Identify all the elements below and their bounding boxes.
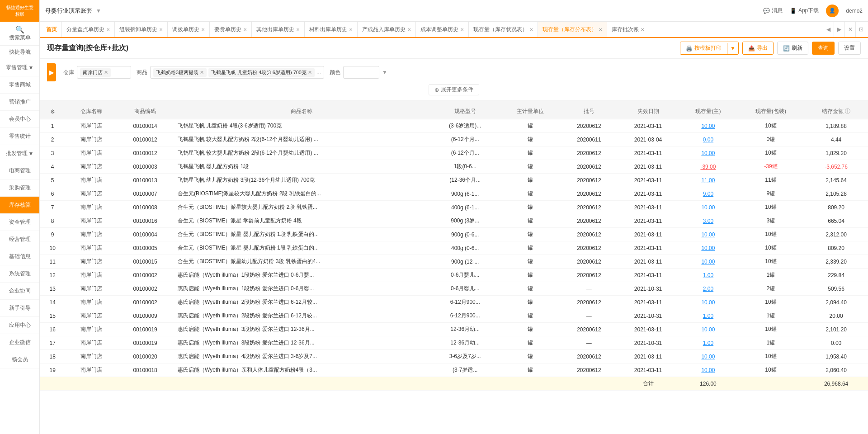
summary-cell: 126.00 (679, 377, 737, 391)
color-dropdown-icon[interactable]: ▼ (382, 69, 387, 75)
table-cell[interactable]: 3.00 (679, 214, 737, 228)
print-btn[interactable]: 🖨️ 按模板打印 (680, 42, 727, 54)
tab-close-cost-adjust[interactable]: ✕ (460, 27, 464, 32)
sidebar-item-guide[interactable]: 新手引导 (0, 300, 39, 317)
table-cell[interactable]: 10.00 (679, 201, 737, 214)
sidebar-item-ops[interactable]: 经营管理 (0, 231, 39, 248)
tab-requisition[interactable]: 要货单历史 ✕ (210, 22, 252, 38)
sidebar-item-member-card[interactable]: 畅会员 (0, 351, 39, 368)
table-cell[interactable]: 1.00 (679, 309, 737, 323)
tab-close-split-inventory[interactable]: ✕ (106, 27, 110, 32)
table-cell[interactable]: 10.00 (679, 350, 737, 363)
sidebar-item-wholesale[interactable]: 批发管理 ▼ (0, 145, 39, 162)
product-tag-group[interactable]: 飞鹤奶粉3段两提装 ✕ 飞鹤星飞帆 儿童奶粉 4段(3-6岁适用) 700克 ✕… (150, 66, 324, 79)
tab-close-all-btn[interactable]: ✕ (844, 22, 855, 38)
tab-home[interactable]: 首页 (42, 22, 62, 38)
tab-stock-status[interactable]: 现存量（库存状况表） ✕ (469, 22, 538, 38)
tab-batch-voucher[interactable]: 库存批次账 ✕ (607, 22, 649, 38)
summary-cell (65, 377, 117, 391)
table-cell[interactable]: 10.00 (679, 255, 737, 269)
quick-nav[interactable]: 快捷导航 (0, 46, 39, 59)
table-cell: 南岸门店 (65, 350, 117, 363)
app-download-btn[interactable]: 📱 App下载 (790, 7, 819, 14)
org-name[interactable]: 母婴行业演示账套 (45, 7, 92, 15)
tab-close-product-in[interactable]: ✕ (407, 27, 411, 32)
query-btn[interactable]: 查询 (812, 42, 835, 55)
product-tag-0-remove[interactable]: ✕ (200, 70, 204, 75)
table-cell[interactable]: 1.00 (679, 336, 737, 350)
sidebar-item-purchase[interactable]: 采购管理 (0, 179, 39, 197)
tab-other-out[interactable]: 其他出库单历史 ✕ (252, 22, 305, 38)
table-cell[interactable]: 10.00 (679, 228, 737, 241)
print-dropdown-btn[interactable]: ▼ (727, 43, 738, 54)
tab-material-out[interactable]: 材料出库单历史 ✕ (305, 22, 358, 38)
tab-transfer[interactable]: 调拨单历史 ✕ (168, 22, 210, 38)
table-cell[interactable]: -39.00 (679, 160, 737, 174)
expand-more-btn[interactable]: ⊕ 展开更多条件 (429, 84, 479, 95)
tab-close-batch-voucher[interactable]: ✕ (641, 27, 644, 32)
table-cell[interactable]: 10.00 (679, 296, 737, 309)
sidebar-item-inventory[interactable]: 库存核算 (0, 197, 39, 214)
table-cell[interactable]: 0.00 (679, 133, 737, 146)
tab-split-inventory[interactable]: 分量盘点单历史 ✕ (62, 22, 115, 38)
tab-close-material-out[interactable]: ✕ (349, 27, 353, 32)
tab-product-in[interactable]: 产成品入库单历史 ✕ (358, 22, 416, 38)
sidebar-item-member[interactable]: 会员中心 (0, 111, 39, 128)
tab-disassemble[interactable]: 组装拆卸单历史 ✕ (115, 22, 168, 38)
tab-prev-btn[interactable]: ◀ (823, 22, 834, 38)
table-cell: (6-12个月... (430, 146, 500, 160)
th-settings[interactable]: ⚙ (40, 104, 65, 119)
warehouse-tag-group[interactable]: 南岸门店 ✕ (77, 66, 131, 79)
refresh-btn[interactable]: 🔄 刷新 (777, 42, 808, 55)
tab-cost-adjust[interactable]: 成本调整单历史 ✕ (416, 22, 469, 38)
sidebar-item-basic[interactable]: 基础信息 (0, 248, 39, 265)
warehouse-tag-remove[interactable]: ✕ (104, 70, 108, 75)
export-btn[interactable]: 📤 导出 (742, 42, 774, 55)
table-cell: 惠氏启能（Wyeth illuma）2段奶粉 爱尔兰进口 6-12月较... (173, 296, 430, 309)
sidebar-item-enterprise-wechat[interactable]: 企业微信 (0, 334, 39, 351)
settings-btn[interactable]: 设置 (838, 42, 861, 55)
tab-close-disassemble[interactable]: ✕ (159, 27, 163, 32)
sidebar-item-finance[interactable]: 资金管理 (0, 214, 39, 231)
user-avatar[interactable]: 👤 (826, 5, 839, 17)
org-dropdown-icon[interactable]: ▼ (96, 8, 101, 14)
expand-left-btn[interactable]: ▶ (47, 63, 56, 81)
username[interactable]: demo2 (846, 8, 863, 14)
table-cell: 南岸门店 (65, 174, 117, 187)
messages-btn[interactable]: 💬 消息 (763, 7, 783, 14)
table-cell[interactable]: 11.00 (679, 174, 737, 187)
table-cell[interactable]: 9.00 (679, 187, 737, 201)
table-cell: 12 (40, 269, 65, 282)
sidebar-item-retail-stats[interactable]: 零售统计 (0, 128, 39, 145)
search-menu[interactable]: 🔍 搜索菜单 (0, 22, 39, 46)
color-tag-group[interactable] (343, 66, 379, 79)
tab-expand-btn[interactable]: ⊡ (855, 22, 866, 38)
tab-close-requisition[interactable]: ✕ (243, 27, 247, 32)
table-cell[interactable]: 10.00 (679, 363, 737, 377)
sidebar-item-retail-shop[interactable]: 零售商城 (0, 76, 39, 94)
table-cell[interactable]: 10.00 (679, 119, 737, 133)
sidebar-item-retail[interactable]: 零售管理 ▼ (0, 59, 39, 76)
table-cell[interactable]: 2.00 (679, 282, 737, 296)
product-tag-more[interactable]: ... (316, 69, 321, 75)
sidebar-item-enterprise[interactable]: 企业协同 (0, 283, 39, 300)
table-cell: 00100020 (117, 350, 173, 363)
tab-stock-dist[interactable]: 现存量（库存分布表） ✕ (538, 22, 607, 38)
table-cell[interactable]: 10.00 (679, 146, 737, 160)
tab-close-transfer[interactable]: ✕ (201, 27, 205, 32)
tab-close-stock-dist[interactable]: ✕ (599, 27, 602, 32)
table-cell[interactable]: 10.00 (679, 323, 737, 336)
tab-close-other-out[interactable]: ✕ (296, 27, 300, 32)
sidebar-item-marketing[interactable]: 营销推广 (0, 94, 39, 111)
sidebar-item-system[interactable]: 系统管理 (0, 265, 39, 283)
table-cell[interactable]: 10.00 (679, 241, 737, 255)
sidebar-item-app-center[interactable]: 应用中心 (0, 317, 39, 334)
tab-next-btn[interactable]: ▶ (834, 22, 844, 38)
table-cell: 00100003 (117, 160, 173, 174)
tab-close-stock-status[interactable]: ✕ (529, 27, 533, 32)
table-cell: 南岸门店 (65, 160, 117, 174)
product-tag-1-remove[interactable]: ✕ (308, 70, 312, 75)
sidebar-item-ecom[interactable]: 电商管理 (0, 162, 39, 179)
amount-info-icon[interactable]: ⓘ (845, 108, 850, 114)
table-cell[interactable]: 1.00 (679, 269, 737, 282)
